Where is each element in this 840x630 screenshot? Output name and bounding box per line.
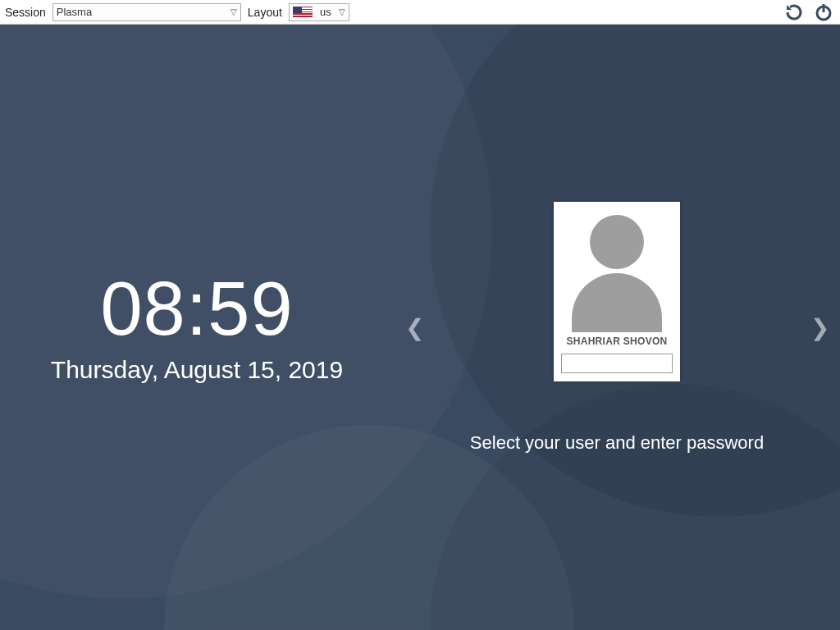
session-select[interactable]: Plasma ▽ [52,3,241,21]
clock-pane: 08:59 Thursday, August 15, 2019 [0,25,394,630]
power-icon [814,2,833,22]
next-user-button[interactable]: ❯ [807,303,832,352]
top-toolbar: Session Plasma ▽ Layout us ▽ [0,0,840,25]
avatar [557,205,677,332]
clock-date: Thursday, August 15, 2019 [51,356,343,384]
layout-value: us [320,6,331,18]
us-flag-icon [293,7,313,18]
chevron-down-icon: ▽ [231,7,237,16]
layout-select[interactable]: us ▽ [289,3,349,21]
prev-user-button[interactable]: ❮ [402,303,427,352]
restart-icon [784,2,804,22]
session-value: Plasma [57,6,92,18]
chevron-right-icon: ❯ [810,314,829,341]
user-card[interactable]: SHAHRIAR SHOVON [554,202,680,381]
login-prompt: Select your user and enter password [470,432,764,454]
shutdown-button[interactable] [812,1,835,24]
user-name: SHAHRIAR SHOVON [566,336,667,347]
user-pane: ❮ ❯ SHAHRIAR SHOVON Select your user and… [394,25,840,630]
layout-label: Layout [248,6,282,19]
clock-time: 08:59 [100,271,293,346]
session-label: Session [5,6,46,19]
chevron-down-icon: ▽ [339,7,345,16]
password-input[interactable] [561,354,673,373]
login-background: 08:59 Thursday, August 15, 2019 ❮ ❯ SHAH… [0,25,840,630]
chevron-left-icon: ❮ [405,314,424,341]
restart-button[interactable] [783,1,806,24]
